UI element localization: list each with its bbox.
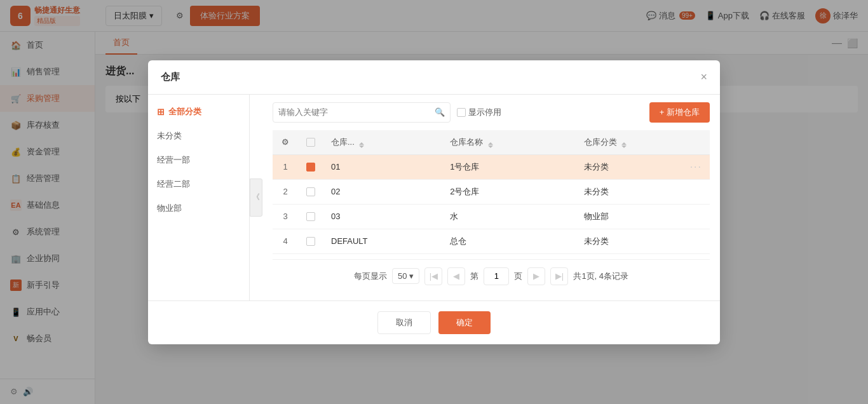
col-settings: ⚙: [273, 130, 298, 155]
row-select-checkbox[interactable]: [306, 212, 315, 221]
page-input[interactable]: [484, 267, 509, 285]
row-num: 3: [273, 204, 298, 229]
show-disabled-checkbox[interactable]: [457, 108, 466, 117]
row-code: 02: [323, 179, 442, 204]
grid-icon: ⊞: [157, 107, 165, 117]
table-row[interactable]: 1 01 1号仓库 未分类···: [273, 154, 710, 179]
row-select-checkbox[interactable]: [306, 163, 315, 172]
show-disabled-label[interactable]: 显示停用: [457, 107, 501, 118]
row-category: 未分类···: [576, 155, 710, 179]
row-category: 未分类: [576, 229, 710, 253]
row-name: 总仓: [442, 229, 576, 253]
row-num: 2: [273, 179, 298, 204]
last-page-button[interactable]: ▶|: [550, 267, 568, 285]
row-num: 1: [273, 154, 298, 179]
modal-table: ⚙ 仓库... 仓库名称 仓库分类 1 01 1号仓库 未分类··· 2 02 …: [273, 130, 710, 254]
search-icon[interactable]: 🔍: [435, 107, 445, 117]
row-category: 未分类: [576, 180, 710, 204]
page-suffix: 页: [514, 271, 522, 282]
modal-close-button[interactable]: ×: [700, 71, 707, 84]
col-category[interactable]: 仓库分类: [576, 130, 710, 155]
page-label: 第: [470, 271, 478, 282]
table-row[interactable]: 3 03 水 物业部: [273, 204, 710, 229]
row-category: 物业部: [576, 205, 710, 229]
row-name: 2号仓库: [442, 179, 576, 204]
sort-name-icon: [488, 142, 493, 148]
row-checkbox[interactable]: [298, 179, 323, 204]
modal-sidebar: ⊞ 全部分类 未分类 经营一部 经营二部 物业部: [148, 95, 250, 300]
modal-main: 🔍 显示停用 + 新增仓库 ⚙ 仓库... 仓库名称 仓库分类: [262, 95, 720, 300]
prev-page-button[interactable]: ◀: [447, 267, 465, 285]
confirm-button[interactable]: 确定: [438, 311, 491, 334]
per-page-select[interactable]: 50 ▾: [392, 268, 419, 284]
row-name: 1号仓库: [442, 154, 576, 179]
sort-code-icon: [359, 142, 364, 148]
first-page-button[interactable]: |◀: [424, 267, 442, 285]
sort-category-icon: [621, 142, 627, 148]
col-name[interactable]: 仓库名称: [442, 130, 576, 155]
modal-search-input[interactable]: [278, 107, 435, 117]
row-code: 03: [323, 204, 442, 229]
warehouse-modal: 仓库 × ⊞ 全部分类 未分类 经营一部 经营二部 物业部 《: [148, 60, 720, 344]
modal-search-box: 🔍: [273, 102, 451, 123]
modal-pagination: 每页显示 50 ▾ |◀ ◀ 第 页 ▶ ▶| 共1页, 4条记录: [273, 259, 710, 293]
per-page-label: 每页显示: [354, 271, 387, 282]
add-warehouse-button[interactable]: + 新增仓库: [649, 102, 710, 123]
warehouse-table: ⚙ 仓库... 仓库名称 仓库分类 1 01 1号仓库 未分类··· 2 02 …: [273, 130, 710, 254]
modal-sidebar-dept1[interactable]: 经营一部: [148, 148, 249, 172]
row-checkbox[interactable]: [298, 229, 323, 253]
row-name: 水: [442, 204, 576, 229]
next-page-button[interactable]: ▶: [527, 267, 545, 285]
row-select-checkbox[interactable]: [306, 237, 315, 246]
cancel-button[interactable]: 取消: [377, 311, 431, 334]
row-more-icon[interactable]: ···: [690, 161, 702, 173]
row-checkbox[interactable]: [298, 154, 323, 179]
row-checkbox[interactable]: [298, 204, 323, 229]
modal-body: ⊞ 全部分类 未分类 经营一部 经营二部 物业部 《 🔍: [148, 95, 720, 300]
modal-sidebar-unclassified[interactable]: 未分类: [148, 124, 249, 148]
row-num: 4: [273, 229, 298, 253]
modal-overlay: 仓库 × ⊞ 全部分类 未分类 经营一部 经营二部 物业部 《: [0, 0, 868, 404]
col-code[interactable]: 仓库...: [323, 130, 442, 155]
modal-header: 仓库 ×: [148, 60, 720, 95]
col-checkbox: [298, 130, 323, 155]
collapse-sidebar-button[interactable]: 《: [250, 178, 262, 217]
table-row[interactable]: 4 DEFAULT 总仓 未分类: [273, 229, 710, 253]
row-code: DEFAULT: [323, 229, 442, 253]
modal-all-category[interactable]: ⊞ 全部分类: [148, 100, 249, 124]
row-code: 01: [323, 154, 442, 179]
row-select-checkbox[interactable]: [306, 187, 315, 196]
chevron-down-icon: ▾: [409, 271, 414, 281]
table-row[interactable]: 2 02 2号仓库 未分类: [273, 179, 710, 204]
modal-sidebar-dept2[interactable]: 经营二部: [148, 172, 249, 196]
modal-sidebar-property[interactable]: 物业部: [148, 196, 249, 220]
modal-title: 仓库: [161, 71, 180, 83]
modal-footer: 取消 确定: [148, 300, 720, 344]
total-info: 共1页, 4条记录: [573, 271, 628, 282]
modal-toolbar: 🔍 显示停用 + 新增仓库: [273, 102, 710, 123]
select-all-checkbox[interactable]: [306, 138, 315, 147]
